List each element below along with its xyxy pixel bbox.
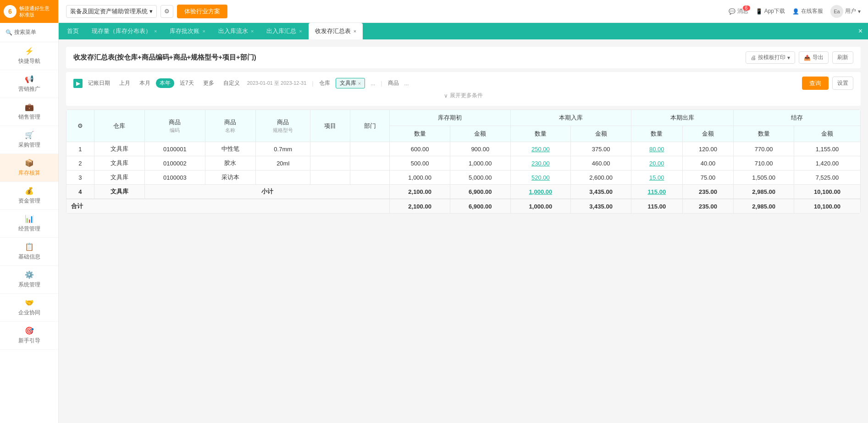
- col-project-header: 项目: [310, 110, 350, 142]
- export-button[interactable]: 📤 导出: [799, 51, 829, 64]
- message-badge: 6: [743, 5, 750, 11]
- expand-conditions-button[interactable]: ∨ 展开更多条件: [73, 90, 853, 101]
- topbar: 装备及固定资产辅助管理系统 ▾ ⚙ 体验行业方案 💬 消息 6 📱 App下载 …: [59, 0, 868, 23]
- tab-inventory-dist[interactable]: 现存量（库存分布表）×: [85, 23, 163, 39]
- tab-close-recv-send-summary[interactable]: ×: [354, 28, 356, 34]
- goods-more-button[interactable]: ...: [404, 80, 409, 87]
- message-icon: 💬: [729, 8, 735, 15]
- nav-icon-inventory: 📦: [25, 159, 34, 167]
- trial-button[interactable]: 体验行业方案: [177, 5, 227, 18]
- sidebar-item-finance[interactable]: 💰资金管理: [0, 182, 58, 210]
- subtotal-out-qty: 115.00: [631, 185, 682, 199]
- warehouse-tag-text: 文具库: [340, 79, 356, 87]
- tab-close-inventory-dist[interactable]: ×: [154, 28, 157, 34]
- sidebar-logo: 6 畅捷通好生意 标准版: [0, 0, 58, 23]
- subtotal-closing-qty: 2,985.00: [734, 185, 794, 199]
- search-icon: 🔍: [6, 29, 12, 36]
- col-department-header: 部门: [350, 110, 389, 142]
- system-selector[interactable]: 装备及固定资产辅助管理系统 ▾: [66, 5, 157, 18]
- col-in-qty: 数量: [510, 126, 571, 142]
- row-in-qty[interactable]: 230.00: [510, 156, 571, 170]
- col-goods-code-header: 商品编码: [144, 110, 205, 142]
- row-out-amount: 120.00: [682, 142, 734, 156]
- nav-icon-system: ⚙️: [25, 270, 34, 279]
- row-opening-qty: 600.00: [390, 142, 450, 156]
- sidebar-item-basic-info[interactable]: 📋基础信息: [0, 238, 58, 266]
- row-out-amount: 40.00: [682, 156, 734, 170]
- app-download-button[interactable]: 📱 App下载: [756, 7, 785, 15]
- nav-icon-purchase: 🛒: [25, 131, 34, 139]
- collapse-arrow[interactable]: ▶: [73, 79, 83, 88]
- nav-icon-guide: 🎯: [25, 326, 34, 335]
- subtotal-warehouse: 文具库: [94, 185, 144, 199]
- col-settings[interactable]: ⚙: [66, 110, 94, 142]
- warehouse-tag-close-icon[interactable]: ×: [358, 81, 361, 86]
- row-opening-qty: 1,000.00: [390, 170, 450, 185]
- tab-close-batch-account[interactable]: ×: [202, 28, 205, 34]
- warehouse-more-button[interactable]: ...: [370, 80, 375, 87]
- tab-home[interactable]: 首页: [61, 23, 85, 39]
- query-button[interactable]: 查询: [802, 77, 829, 90]
- tab-in-out-flow[interactable]: 出入库流水×: [212, 23, 260, 39]
- row-in-qty[interactable]: 520.00: [510, 170, 571, 185]
- nav-icon-finance: 💰: [25, 187, 34, 195]
- col-closing-amount: 金额: [794, 126, 861, 142]
- tab-recv-send-summary[interactable]: 收发存汇总表×: [309, 23, 363, 39]
- user-menu[interactable]: Ea 用户 ▾: [830, 5, 861, 18]
- row-out-qty[interactable]: 15.00: [631, 170, 682, 185]
- sidebar-item-system[interactable]: ⚙️系统管理: [0, 266, 58, 294]
- row-out-qty[interactable]: 80.00: [631, 142, 682, 156]
- search-menu-button[interactable]: 🔍 搜索菜单: [4, 27, 55, 38]
- sidebar-item-inventory[interactable]: 📦库存核算: [0, 154, 58, 182]
- row-out-qty[interactable]: 20.00: [631, 156, 682, 170]
- sidebar-item-collab[interactable]: 🤝企业协同: [0, 294, 58, 322]
- refresh-button[interactable]: 刷新: [832, 51, 853, 64]
- tab-label-in-out-summary: 出入库汇总: [266, 27, 296, 35]
- date-shortcut-1[interactable]: 本月: [136, 78, 154, 88]
- row-warehouse: 文具库: [94, 156, 144, 170]
- sidebar-item-sales[interactable]: 💼销售管理: [0, 98, 58, 126]
- filter-settings-button[interactable]: 设置: [832, 77, 853, 90]
- total-out-qty: 115.00: [631, 199, 682, 214]
- date-shortcut-0[interactable]: 上月: [116, 78, 134, 88]
- settings-icon[interactable]: ⚙: [160, 5, 173, 18]
- close-all-tabs-button[interactable]: ×: [855, 27, 866, 35]
- nav-label-operations: 经营管理: [18, 225, 40, 233]
- filter-section: ▶ 记账日期 上月本月本年近7天更多自定义2023-01-01 至 2023-1…: [66, 72, 861, 106]
- tab-close-in-out-flow[interactable]: ×: [251, 28, 254, 34]
- warehouse-tag[interactable]: 文具库 ×: [336, 78, 365, 88]
- total-opening-qty: 2,100.00: [390, 199, 450, 214]
- service-icon: 👤: [792, 8, 799, 15]
- sidebar-item-operations[interactable]: 📊经营管理: [0, 210, 58, 238]
- online-service-label: 在线客服: [801, 7, 823, 15]
- sidebar-item-marketing[interactable]: 📢营销推广: [0, 70, 58, 98]
- table-settings-icon[interactable]: ⚙: [77, 122, 83, 129]
- online-service-button[interactable]: 👤 在线客服: [792, 7, 823, 15]
- sidebar-item-guide[interactable]: 🎯新手引导: [0, 322, 58, 350]
- row-closing-amount: 1,420.00: [794, 156, 861, 170]
- nav-label-system: 系统管理: [18, 281, 40, 289]
- sidebar-item-purchase[interactable]: 🛒采购管理: [0, 126, 58, 154]
- row-in-qty[interactable]: 250.00: [510, 142, 571, 156]
- print-button[interactable]: 🖨 按模板打印 ▾: [746, 51, 795, 64]
- tab-in-out-summary[interactable]: 出入库汇总×: [260, 23, 308, 39]
- logo-icon: 6: [4, 5, 17, 18]
- total-closing-amount: 10,100.00: [794, 199, 861, 214]
- date-shortcut-2[interactable]: 本年: [156, 78, 174, 88]
- table-row: 2 文具库 0100002 胶水 20ml 500.00 1,000.00 23…: [66, 156, 861, 170]
- subtotal-in-amount: 3,435.00: [571, 185, 631, 199]
- sidebar-search-area[interactable]: 🔍 搜索菜单: [0, 23, 58, 42]
- topbar-right: 💬 消息 6 📱 App下载 👤 在线客服 Ea 用户 ▾: [729, 5, 861, 18]
- col-warehouse-header: 仓库: [94, 110, 144, 142]
- date-shortcut-5[interactable]: 自定义: [220, 78, 243, 88]
- message-button[interactable]: 💬 消息 6: [729, 7, 748, 15]
- user-chevron-icon: ▾: [858, 8, 861, 15]
- tab-close-in-out-summary[interactable]: ×: [299, 28, 302, 34]
- tab-label-inventory-dist: 现存量（库存分布表）: [92, 27, 151, 35]
- row-closing-amount: 7,525.00: [794, 170, 861, 185]
- tab-batch-account[interactable]: 库存批次账×: [163, 23, 211, 39]
- tab-label-recv-send-summary: 收发存汇总表: [315, 27, 351, 35]
- sidebar-item-quick-nav[interactable]: ⚡快捷导航: [0, 42, 58, 70]
- date-shortcut-4[interactable]: 更多: [199, 78, 218, 88]
- date-shortcut-3[interactable]: 近7天: [176, 78, 198, 88]
